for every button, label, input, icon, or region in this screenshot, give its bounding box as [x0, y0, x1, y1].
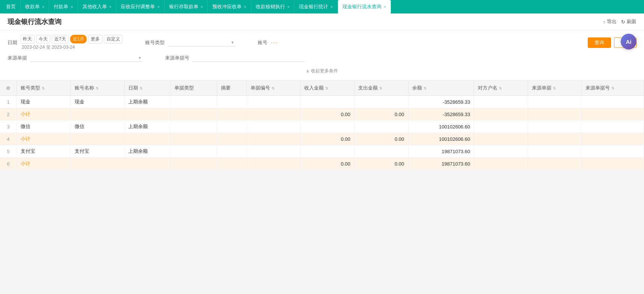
row-number: 5	[0, 145, 17, 158]
row-number: 2	[0, 108, 17, 121]
account-type-select[interactable]: 现金 微信 支付宝	[168, 39, 235, 46]
page-title: 现金银行流水查询	[8, 17, 62, 26]
refresh-icon: ↻	[621, 19, 625, 25]
export-button[interactable]: ↑ 导出	[603, 18, 617, 25]
date-7days[interactable]: 近7天	[52, 35, 69, 43]
source-doc-select-wrapper[interactable]: ▾	[30, 54, 143, 62]
close-icon[interactable]: ×	[330, 4, 333, 9]
nav-advance[interactable]: 预收冲应收单 ×	[208, 0, 251, 13]
gear-icon[interactable]: ⚙	[4, 84, 13, 93]
date-today[interactable]: 今天	[36, 35, 50, 43]
close-icon[interactable]: ×	[157, 4, 159, 9]
cell-doc-type	[171, 158, 217, 170]
source-doc-num-input[interactable]	[192, 54, 305, 62]
table-col-source-doc[interactable]: 来源单据⇅	[528, 81, 582, 96]
close-icon[interactable]: ×	[42, 4, 44, 9]
source-doc-select[interactable]	[30, 54, 143, 61]
cell-account-type: 小计	[17, 133, 71, 145]
cell-source-doc-no	[582, 108, 644, 121]
cell-doc-type	[171, 145, 217, 158]
table-col-expense[interactable]: 支出金额⇅	[354, 81, 408, 96]
table-col-counterpart[interactable]: 对方户名⇅	[474, 81, 528, 96]
cell-summary	[217, 96, 246, 108]
sort-icon: ⇅	[553, 86, 556, 90]
account-dots-button[interactable]: ···	[270, 39, 278, 46]
nav-cash-stats[interactable]: 现金银行统计 ×	[294, 0, 338, 13]
close-icon[interactable]: ×	[109, 4, 111, 9]
nav-receipt[interactable]: 收款单 ×	[21, 0, 49, 13]
cell-date	[125, 158, 171, 170]
account-filter-group: 账号 ···	[258, 39, 278, 46]
cell-summary	[217, 121, 246, 133]
cell-account-name: 支付宝	[71, 145, 125, 158]
date-1month[interactable]: 近1月	[70, 35, 87, 43]
close-icon[interactable]: ×	[71, 4, 73, 9]
table-col-account-name[interactable]: 账号名称⇅	[71, 81, 125, 96]
nav-bank-deposit[interactable]: 银行存取款单 ×	[165, 0, 208, 13]
nav-payment[interactable]: 付款单 ×	[49, 0, 78, 13]
cell-date: 上期余额	[125, 96, 171, 108]
date-filter-group: 日期 昨天 今天 近7天 近1月 更多 自定义 2023-02-24 至 202…	[8, 35, 123, 51]
cell-income	[300, 96, 354, 108]
query-button[interactable]: 查询	[588, 37, 611, 48]
filter-row-2: 来源单据 ▾ 来源单据号	[8, 54, 636, 62]
close-icon[interactable]: ×	[287, 4, 290, 9]
cell-counterpart	[474, 108, 528, 121]
nav-other-income[interactable]: 其他收入单 ×	[78, 0, 116, 13]
cell-source-doc-no	[582, 96, 644, 108]
table-col-date[interactable]: 日期⇅	[125, 81, 171, 96]
sort-icon: ⇅	[42, 86, 45, 90]
table-col-doc-no[interactable]: 单据编号⇅	[246, 81, 300, 96]
cell-counterpart	[474, 133, 528, 145]
nav-adjustment[interactable]: 应收应付调整单 ×	[116, 0, 164, 13]
page-header: 现金银行流水查询 ↑ 导出 ↻ 刷新	[0, 13, 644, 30]
sort-icon: ⇅	[379, 86, 382, 90]
nav-cash-flow[interactable]: 现金银行流水查询 ×	[338, 0, 391, 13]
sort-icon: ⇅	[272, 86, 275, 90]
table-col-balance[interactable]: 余额⇅	[408, 81, 474, 96]
close-icon[interactable]: ×	[384, 4, 386, 9]
export-icon: ↑	[603, 19, 606, 25]
cell-source-doc	[528, 121, 582, 133]
cell-account-name	[71, 158, 125, 170]
table-col-account-type[interactable]: 账号类型⇅	[17, 81, 71, 96]
cell-date	[125, 133, 171, 145]
cell-balance: 19871073.60	[408, 158, 474, 170]
table-container: ⚙ 账号类型⇅ 账号名称⇅ 日期⇅ 单据类型 摘要 单据编号⇅ 收入金额⇅	[0, 81, 644, 170]
cell-counterpart	[474, 96, 528, 108]
date-label: 日期	[8, 39, 17, 46]
ai-badge[interactable]: Ai	[621, 34, 636, 49]
account-type-filter-group: 账号类型 现金 微信 支付宝 ▾	[145, 39, 235, 46]
refresh-button[interactable]: ↻ 刷新	[621, 18, 636, 25]
account-type-select-wrapper[interactable]: 现金 微信 支付宝 ▾	[168, 39, 235, 46]
close-icon[interactable]: ×	[201, 4, 203, 9]
cell-account-name: 现金	[71, 96, 125, 108]
cell-income	[300, 145, 354, 158]
table-col-source-doc-no[interactable]: 来源单据号⇅	[582, 81, 644, 96]
source-doc-label: 来源单据	[8, 55, 27, 61]
cell-source-doc	[528, 108, 582, 121]
table-row: 4小计0.000.00100102606.60	[0, 133, 644, 145]
nav-verify[interactable]: 收款核销执行 ×	[251, 0, 294, 13]
nav-home[interactable]: 首页	[2, 0, 21, 13]
cell-expense: 0.00	[354, 133, 408, 145]
cell-expense: 0.00	[354, 158, 408, 170]
cell-account-type: 现金	[17, 96, 71, 108]
date-custom[interactable]: 自定义	[104, 35, 123, 43]
close-icon[interactable]: ×	[244, 4, 246, 9]
cell-doc-no	[246, 121, 300, 133]
cell-date: 上期余额	[125, 145, 171, 158]
filter-row-1: 日期 昨天 今天 近7天 近1月 更多 自定义 2023-02-24 至 202…	[8, 35, 636, 51]
cell-expense	[354, 96, 408, 108]
cell-summary	[217, 108, 246, 121]
table-col-income[interactable]: 收入金额⇅	[300, 81, 354, 96]
row-number: 4	[0, 133, 17, 145]
header-actions: ↑ 导出 ↻ 刷新	[603, 18, 637, 25]
cell-account-type: 微信	[17, 121, 71, 133]
collapse-bar[interactable]: ∧ 收起更多条件	[8, 66, 636, 76]
date-yesterday[interactable]: 昨天	[20, 35, 35, 43]
cell-account-type: 支付宝	[17, 145, 71, 158]
source-doc-num-label: 来源单据号	[165, 55, 189, 61]
cell-doc-type	[171, 133, 217, 145]
date-more[interactable]: 更多	[88, 35, 102, 43]
